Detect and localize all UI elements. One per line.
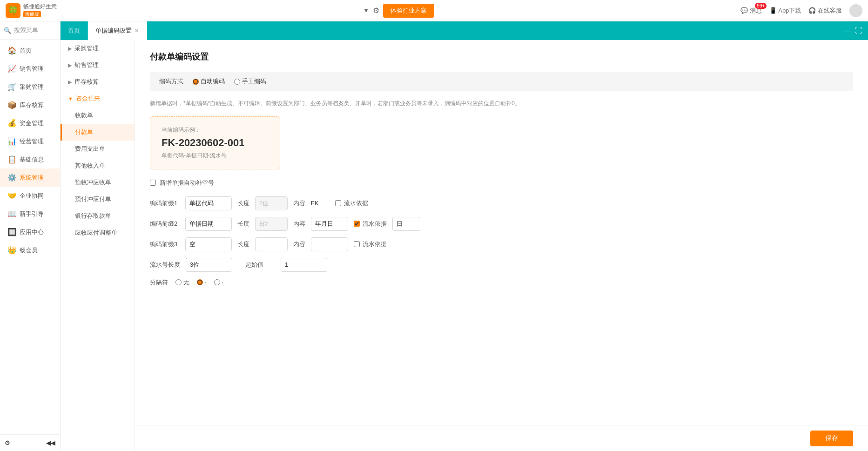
sidebar-nav: 🏠 首页 📈 销售管理 🛒 采购管理 📦 库存核算 💰 资金管理 📊 经 xyxy=(0,40,60,434)
message-area[interactable]: 💬 消息 99+ xyxy=(740,7,762,15)
submenu-sales[interactable]: ▶ 销售管理 xyxy=(61,57,135,74)
prefix3-length-select[interactable]: 2位 4位 xyxy=(255,237,288,251)
prefix1-select[interactable]: 单据代码 部门 业务员 xyxy=(185,196,232,210)
auto-code-radio[interactable]: 自动编码 xyxy=(193,77,225,86)
code-example-box: 当前编码示例： FK-20230602-001 单据代码-单据日期-流水号 xyxy=(150,116,280,169)
description-text: 新增单据时，*单据编码*自动生成、不可编辑。前缀设置为部门、业务员等档案类、开单… xyxy=(150,99,853,109)
prefix2-select[interactable]: 单据日期 部门 业务员 xyxy=(185,217,232,231)
main-content: 付款单编码设置 编码方式 自动编码 手工编码 xyxy=(135,40,868,425)
topbar-right: 💬 消息 99+ 📱 App下载 🎧 在线客服 xyxy=(740,4,862,17)
sidebar-item-purchase[interactable]: 🛒 采购管理 xyxy=(0,78,60,96)
sep-dot2-radio[interactable]: · xyxy=(214,279,224,286)
submenu-item-other-income[interactable]: 其他收入单 xyxy=(61,157,135,174)
home-icon: 🏠 xyxy=(7,46,16,55)
finance-icon: 💰 xyxy=(7,119,16,128)
auto-fill-row: 新增单据自动补空号 xyxy=(150,179,853,187)
prefix-row-3: 编码前缀3 空 部门 业务员 长度 2位 4位 内容 xyxy=(150,237,853,251)
tab-home[interactable]: 首页 xyxy=(61,21,88,40)
tab-maximize-icon[interactable]: ⛶ xyxy=(855,27,862,35)
page-title: 付款单编码设置 xyxy=(150,51,853,62)
message-badge: 99+ xyxy=(755,3,767,9)
content-wrapper: 首页 单据编码设置 ✕ — ⛶ ▶ 采购管理 ▶ 销售管理 xyxy=(61,21,868,451)
manual-code-radio[interactable]: 手工编码 xyxy=(234,77,266,86)
submenu-item-receipt[interactable]: 收款单 xyxy=(61,107,135,124)
serial-length-select[interactable]: 3位 4位 5位 xyxy=(186,258,232,272)
sidebar-item-base[interactable]: 📋 基础信息 xyxy=(0,150,60,168)
logo-icon: 🍀 xyxy=(6,3,20,18)
base-icon: 📋 xyxy=(7,155,16,164)
nav-dropdown[interactable]: ▼ xyxy=(363,7,369,14)
tab-bar: 首页 单据编码设置 ✕ — ⛶ xyxy=(61,21,868,40)
sidebar-item-member[interactable]: 👑 畅会员 xyxy=(0,241,60,259)
prefix3-content-input[interactable] xyxy=(311,237,348,251)
topbar: 🍀 畅捷通好生意 旗舰版 ▼ ⚙ 体验行业方案 💬 消息 99+ 📱 App下载… xyxy=(0,0,868,21)
prefix2-flow-checkbox[interactable]: 流水依据 xyxy=(354,220,387,228)
app-download[interactable]: 📱 App下载 xyxy=(769,7,801,15)
settings-bottom-icon[interactable]: ⚙ xyxy=(5,439,10,446)
prefix2-length-input xyxy=(255,217,288,231)
submenu-item-pre-payable[interactable]: 预付冲应付单 xyxy=(61,191,135,208)
submenu-finance-items: 收款单 付款单 费用支出单 其他收入单 预收冲应收单 预付冲 xyxy=(61,107,135,241)
logo-area: 🍀 畅捷通好生意 旗舰版 xyxy=(6,3,57,18)
collapse-icon[interactable]: ◀◀ xyxy=(46,439,55,446)
encoding-method-row: 编码方式 自动编码 手工编码 xyxy=(150,72,853,91)
tab-bar-right: — ⛶ xyxy=(844,27,868,35)
search-icon: 🔍 xyxy=(4,27,11,34)
main-container: 🔍 搜索菜单 🏠 首页 📈 销售管理 🛒 采购管理 📦 库存核算 💰 xyxy=(0,21,868,451)
sidebar-item-finance[interactable]: 💰 资金管理 xyxy=(0,114,60,132)
submenu-finance[interactable]: ▼ 资金往来 xyxy=(61,90,135,107)
online-service[interactable]: 🎧 在线客服 xyxy=(808,7,842,15)
start-value-input[interactable] xyxy=(281,258,327,272)
sidebar-item-enterprise[interactable]: 🤝 企业协同 xyxy=(0,187,60,205)
sep-dot-radio[interactable]: · xyxy=(197,279,207,286)
sidebar-item-system[interactable]: ⚙️ 系统管理 xyxy=(0,168,60,187)
tab-close-icon[interactable]: ✕ xyxy=(135,27,139,34)
sidebar-item-home[interactable]: 🏠 首页 xyxy=(0,41,60,60)
system-icon: ⚙️ xyxy=(7,173,16,182)
message-icon: 💬 xyxy=(740,7,748,14)
bottom-bar: 保存 xyxy=(135,425,868,451)
prefix3-flow-checkbox[interactable]: 流水依据 xyxy=(354,240,387,249)
prefix1-flow-checkbox[interactable]: 流水依据 xyxy=(335,199,368,208)
submenu-item-expense[interactable]: 费用支出单 xyxy=(61,141,135,157)
sidebar: 🔍 搜索菜单 🏠 首页 📈 销售管理 🛒 采购管理 📦 库存核算 💰 xyxy=(0,21,61,451)
submenu-purchase[interactable]: ▶ 采购管理 xyxy=(61,40,135,57)
submenu-item-pre-receivable[interactable]: 预收冲应收单 xyxy=(61,174,135,191)
logo-text: 畅捷通好生意 旗舰版 xyxy=(23,3,57,18)
settings-icon[interactable]: ⚙ xyxy=(373,6,379,15)
prefix1-length-input xyxy=(255,196,288,210)
save-button[interactable]: 保存 xyxy=(810,431,853,446)
submenu-inventory[interactable]: ▶ 库存核算 xyxy=(61,74,135,90)
sidebar-search[interactable]: 🔍 搜索菜单 xyxy=(0,21,60,40)
sidebar-item-apps[interactable]: 🔲 应用中心 xyxy=(0,223,60,241)
sales-icon: 📈 xyxy=(7,64,16,73)
sidebar-item-inventory[interactable]: 📦 库存核算 xyxy=(0,96,60,114)
submenu-item-payment[interactable]: 付款单 xyxy=(61,124,135,141)
submenu: ▶ 采购管理 ▶ 销售管理 ▶ 库存核算 ▼ 资金往来 收款单 xyxy=(61,40,135,451)
topbar-center: ▼ ⚙ 体验行业方案 xyxy=(363,4,434,18)
prefix-row-1: 编码前缀1 单据代码 部门 业务员 长度 内容 FK 流水依据 xyxy=(150,196,853,210)
serial-length-row: 流水号长度 3位 4位 5位 起始值 xyxy=(150,258,853,272)
submenu-item-adjustment[interactable]: 应收应付调整单 xyxy=(61,224,135,241)
prefix-row-2: 编码前缀2 单据日期 部门 业务员 长度 内容 年月日 年月 年 xyxy=(150,217,853,231)
apps-icon: 🔲 xyxy=(7,228,16,236)
auto-fill-checkbox[interactable] xyxy=(150,180,156,186)
enterprise-icon: 🤝 xyxy=(7,191,16,200)
trial-button[interactable]: 体验行业方案 xyxy=(383,4,434,18)
sep-none-radio[interactable]: 无 xyxy=(175,278,189,287)
tab-serial[interactable]: 单据编码设置 ✕ xyxy=(88,21,147,40)
prefix3-select[interactable]: 空 部门 业务员 xyxy=(185,237,232,251)
submenu-item-bank[interactable]: 银行存取款单 xyxy=(61,208,135,224)
user-avatar[interactable] xyxy=(849,4,862,17)
prefix2-content-select[interactable]: 年月日 年月 年 xyxy=(311,217,348,231)
sidebar-bottom: ⚙ ◀◀ xyxy=(0,434,60,451)
sidebar-item-operations[interactable]: 📊 经营管理 xyxy=(0,132,60,150)
tab-minimize-icon[interactable]: — xyxy=(844,27,851,35)
sidebar-item-sales[interactable]: 📈 销售管理 xyxy=(0,60,60,78)
guide-icon: 📖 xyxy=(7,209,16,218)
prefix2-flow-select[interactable]: 日 月 年 xyxy=(392,217,420,231)
sidebar-item-guide[interactable]: 📖 新手引导 xyxy=(0,205,60,223)
topbar-left: 🍀 畅捷通好生意 旗舰版 xyxy=(6,3,57,18)
separator-row: 分隔符 无 · · xyxy=(150,278,853,287)
member-icon: 👑 xyxy=(7,246,16,255)
